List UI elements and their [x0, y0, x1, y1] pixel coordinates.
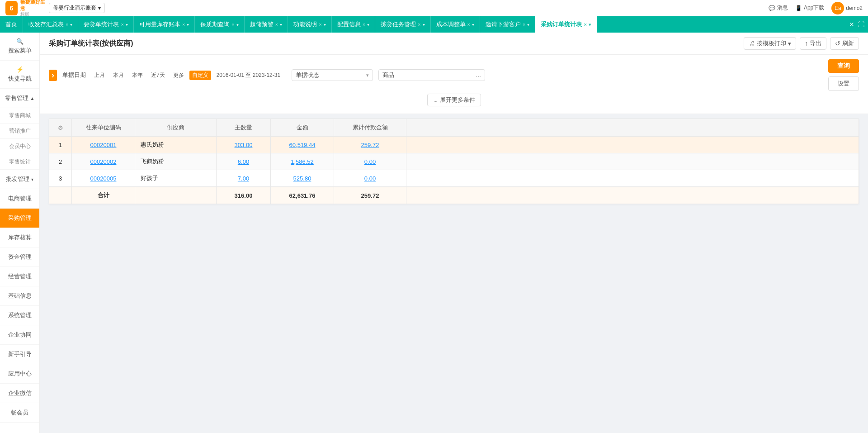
sidebar-item-newguide[interactable]: 新手引导: [0, 345, 39, 364]
refresh-btn[interactable]: ↺ 刷新: [830, 37, 859, 50]
tab-baozhi[interactable]: 保质期查询 × ▾: [195, 16, 244, 33]
amount-link[interactable]: 60,519.44: [289, 142, 316, 148]
expand-more-btn[interactable]: ⌄ 展开更多条件: [427, 94, 481, 106]
close-icon[interactable]: ×: [66, 22, 68, 27]
tab-yaoqing[interactable]: 邀请下游客户 × ▾: [480, 16, 535, 33]
sidebar-item-system[interactable]: 系统管理: [0, 306, 39, 325]
nav-expand-btn[interactable]: ⛶: [858, 21, 864, 28]
print-template-btn[interactable]: 🖨 按模板打印 ▾: [744, 37, 796, 50]
content-wrapper: 🔍 搜索菜单 ⚡ 快捷导航 零售管理 ▲ 零售商城 营销推广 会员中心 零售统计…: [0, 33, 868, 433]
filter-area: › 单据日期 上月 本月 本年 近7天 更多 自定义 2016-01-01 至 …: [40, 55, 868, 114]
expand-toggle-icon[interactable]: ›: [49, 70, 57, 81]
sidebar-item-ecommerce[interactable]: 电商管理: [0, 189, 39, 209]
amount-link[interactable]: 1,586.52: [291, 158, 314, 165]
app-download-btn[interactable]: 📱 App下载: [795, 4, 824, 12]
goods-input[interactable]: 商品 …: [378, 69, 485, 81]
logo-area: 6 畅捷通好生意 标版: [5, 0, 45, 17]
close-icon[interactable]: ×: [319, 22, 321, 27]
tab-kuyong[interactable]: 可用量库存账本 × ▾: [134, 16, 195, 33]
export-icon: ↑: [805, 40, 808, 47]
sidebar-item-appcenter[interactable]: 应用中心: [0, 364, 39, 384]
tab-yaohuo[interactable]: 要货单统计表 × ▾: [78, 16, 133, 33]
tab-shofazun[interactable]: 收发存汇总表 × ▾: [23, 16, 78, 33]
goods-input-field[interactable]: [397, 72, 473, 79]
goods-input-more[interactable]: …: [476, 72, 481, 78]
close-icon[interactable]: ×: [467, 22, 470, 27]
export-btn[interactable]: ↑ 导出: [800, 37, 826, 50]
setting-button[interactable]: 设置: [828, 76, 859, 91]
close-icon[interactable]: ×: [275, 22, 278, 27]
close-icon[interactable]: ×: [584, 22, 586, 27]
settings-icon[interactable]: ⚙: [58, 124, 63, 131]
qty-link[interactable]: 303.00: [235, 142, 253, 148]
search-icon: 🔍: [16, 38, 24, 45]
tab-gongneng[interactable]: 功能说明 × ▾: [288, 16, 331, 33]
footer-label: 合计: [72, 187, 135, 204]
goods-label: 商品: [382, 71, 394, 79]
cell-amount: 60,519.44: [271, 137, 334, 153]
sidebar-item-retailshop[interactable]: 零售商城: [0, 108, 39, 124]
paid-link[interactable]: 0.00: [364, 175, 376, 182]
paid-link[interactable]: 0.00: [364, 158, 376, 165]
close-icon[interactable]: ×: [523, 22, 525, 27]
chevron-icon: ▾: [126, 22, 128, 27]
shortcut-this-year[interactable]: 本年: [129, 71, 146, 80]
shortcut-this-month[interactable]: 本月: [110, 71, 127, 80]
chevron-down-icon: ▾: [31, 177, 33, 182]
close-icon[interactable]: ×: [121, 22, 123, 27]
sidebar-item-quicknav[interactable]: ⚡ 快捷导航: [0, 61, 39, 89]
qty-link[interactable]: 6.00: [238, 158, 249, 165]
paid-link[interactable]: 259.72: [361, 142, 379, 148]
code-link[interactable]: 00020005: [90, 175, 117, 182]
top-right: 💬 消息 📱 App下载 Ea demo2: [769, 2, 863, 14]
status-select[interactable]: 单据状态 ▾: [292, 69, 373, 81]
workspace-selector[interactable]: 母婴行业演示账套 ▾: [49, 3, 105, 13]
message-btn[interactable]: 💬 消息: [769, 4, 788, 12]
user-area[interactable]: Ea demo2: [831, 2, 863, 14]
th-extra: [406, 119, 859, 137]
table-row: 3 00020005 好孩子 7.00 525.80 0.00: [49, 170, 859, 187]
sidebar-item-finance[interactable]: 资金管理: [0, 247, 39, 267]
tab-jianhuo[interactable]: 拣货任务管理 × ▾: [375, 16, 430, 33]
sidebar-item-basic[interactable]: 基础信息: [0, 286, 39, 306]
tab-chengben[interactable]: 成本调整单 × ▾: [431, 16, 480, 33]
footer-amount: 62,631.76: [271, 187, 334, 204]
sidebar-item-member2[interactable]: 畅会员: [0, 403, 39, 423]
amount-link[interactable]: 525.80: [293, 175, 311, 182]
tab-chaochu[interactable]: 超储预警 × ▾: [245, 16, 288, 33]
sidebar-item-retailstat[interactable]: 零售统计: [0, 154, 39, 170]
sidebar-item-inventory[interactable]: 库存核算: [0, 228, 39, 247]
sidebar-item-search[interactable]: 🔍 搜索菜单: [0, 33, 39, 61]
sidebar-item-retail[interactable]: 零售管理 ▲: [0, 89, 39, 108]
qty-link[interactable]: 7.00: [238, 175, 249, 182]
nav-close-btn[interactable]: ✕: [849, 21, 854, 28]
code-link[interactable]: 00020002: [90, 158, 117, 165]
shortcut-last-month[interactable]: 上月: [91, 71, 108, 80]
shortcut-more[interactable]: 更多: [170, 71, 187, 80]
close-icon[interactable]: ×: [231, 22, 234, 27]
query-button[interactable]: 查询: [828, 59, 859, 73]
close-icon[interactable]: ×: [182, 22, 185, 27]
workspace-arrow: ▾: [98, 5, 101, 11]
query-area: 查询 设置: [828, 59, 859, 91]
sidebar-item-marketing[interactable]: 营销推广: [0, 124, 39, 139]
sidebar-item-purchase[interactable]: 采购管理: [0, 209, 39, 228]
tab-home[interactable]: 首页: [0, 16, 23, 33]
page-header: 采购订单统计表(按供应商) 🖨 按模板打印 ▾ ↑ 导出 ↺ 刷新: [40, 33, 868, 55]
custom-date-tag[interactable]: 自定义: [189, 71, 211, 80]
sidebar-item-operation[interactable]: 经营管理: [0, 267, 39, 286]
sidebar-item-member[interactable]: 会员中心: [0, 139, 39, 154]
sidebar-item-wechat[interactable]: 企业微信: [0, 384, 39, 403]
chevron-down-icon: ⌄: [433, 97, 438, 104]
sidebar-item-wholesale[interactable]: 批发管理 ▾: [0, 170, 39, 189]
close-icon[interactable]: ×: [363, 22, 365, 27]
cell-qty: 303.00: [217, 137, 271, 153]
sidebar-item-enterprise[interactable]: 企业协同: [0, 325, 39, 345]
message-label: 消息: [777, 4, 788, 12]
tab-peizhi[interactable]: 配置信息 × ▾: [332, 16, 375, 33]
shortcut-7days[interactable]: 近7天: [148, 71, 168, 80]
tab-caigou-active[interactable]: 采购订单统计表 × ▾: [535, 16, 596, 33]
close-icon[interactable]: ×: [418, 22, 420, 27]
code-link[interactable]: 00020001: [90, 142, 117, 148]
th-supplier: 供应商: [135, 119, 217, 137]
